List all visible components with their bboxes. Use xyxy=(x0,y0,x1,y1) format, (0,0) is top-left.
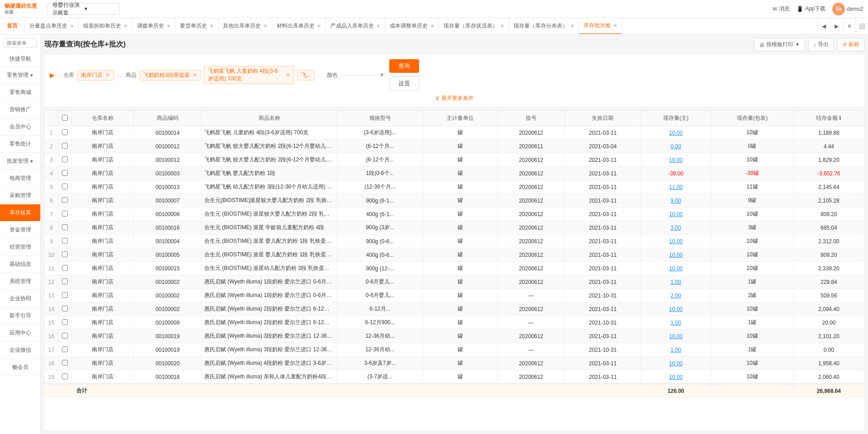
refresh-btn[interactable]: ↺ 刷新 xyxy=(837,38,864,51)
close-icon[interactable]: ✕ xyxy=(317,24,321,28)
tab-other-out[interactable]: 其他出库单历史 ✕ xyxy=(218,18,272,34)
chevron-down-icon: ▼ xyxy=(84,6,115,11)
row-checkbox[interactable] xyxy=(62,360,68,366)
sidebar-item-enterprise[interactable]: 企业协同 xyxy=(0,290,40,307)
search-area xyxy=(0,34,40,52)
row-checkbox[interactable] xyxy=(62,373,68,379)
print-btn[interactable]: 🖨 按模板打印 ▼ xyxy=(754,38,805,51)
row-checkbox[interactable] xyxy=(62,197,68,203)
product-tag-1[interactable]: 飞鹤奶粉3段两提装 ✕ xyxy=(139,70,201,80)
expand-btn[interactable]: ▶ xyxy=(50,71,59,79)
th-index xyxy=(45,111,58,126)
row-checkbox[interactable] xyxy=(62,265,68,271)
warehouse-tag-close[interactable]: ✕ xyxy=(105,72,110,78)
sidebar-item-quick-nav[interactable]: 快捷导航 xyxy=(0,52,40,67)
select-all-checkbox[interactable] xyxy=(62,115,68,121)
sidebar-item-basic-info[interactable]: 基础信息 xyxy=(0,256,40,273)
sidebar-item-operations[interactable]: 经营管理 xyxy=(0,239,40,256)
th-spec: 规格型号 xyxy=(337,111,423,126)
sidebar-item-marketing[interactable]: 营销推广 xyxy=(0,101,40,118)
close-icon[interactable]: ✕ xyxy=(500,24,504,28)
tab-stock-status[interactable]: 现存量（库存状况表） ✕ xyxy=(439,18,509,34)
sidebar-item-member-program[interactable]: 畅会员 xyxy=(0,359,40,376)
warehouse-tag[interactable]: 南岸门店 ✕ xyxy=(77,70,114,80)
product-tag2-close[interactable]: ✕ xyxy=(286,72,290,78)
row-checkbox[interactable] xyxy=(62,333,68,339)
setting-btn[interactable]: 设置 xyxy=(389,76,419,91)
account-selector[interactable]: 母婴行业演示账套 ▼ xyxy=(47,3,120,15)
sidebar-item-purchase[interactable]: 采购管理 xyxy=(0,187,40,204)
tab-inventory-count[interactable]: 分量盘点单历史 ✕ xyxy=(25,18,79,34)
chevron-icon: ▼ xyxy=(30,159,34,164)
close-icon[interactable]: ✕ xyxy=(377,24,380,28)
table-row: 9 南岸门店 00100004 合生元 (BIOSTIME) 派星 婴儿配方奶粉… xyxy=(45,235,864,248)
close-icon[interactable]: ✕ xyxy=(430,24,434,28)
sidebar-item-ecommerce[interactable]: 电商管理 xyxy=(0,170,40,187)
nav-next-btn[interactable]: ▶ xyxy=(830,18,843,34)
close-icon[interactable]: ✕ xyxy=(613,23,617,28)
sidebar-item-finance[interactable]: 资金管理 xyxy=(0,222,40,239)
row-checkbox[interactable] xyxy=(62,170,68,176)
close-icon[interactable]: ✕ xyxy=(70,24,74,28)
nav-close-btn[interactable]: ✕ xyxy=(843,18,855,34)
product-tag-3[interactable]: 飞... xyxy=(297,70,315,80)
tab-batch-account[interactable]: 库存批次账 ✕ xyxy=(579,18,622,34)
close-icon[interactable]: ✕ xyxy=(210,24,213,28)
row-checkbox[interactable] xyxy=(62,306,68,311)
row-checkbox[interactable] xyxy=(62,143,68,149)
tab-cost-adjust[interactable]: 成本调整单历史 ✕ xyxy=(385,18,439,34)
row-checkbox[interactable] xyxy=(62,251,68,257)
export-btn[interactable]: ↓ 导出 xyxy=(808,38,834,51)
tab-assembly[interactable]: 组装拆卸单历史 ✕ xyxy=(79,18,132,34)
close-icon[interactable]: ✕ xyxy=(124,24,127,28)
nav-prev-btn[interactable]: ◀ xyxy=(817,18,830,34)
tab-order[interactable]: 要货单历史 ✕ xyxy=(175,18,218,34)
query-btn[interactable]: 查询 xyxy=(389,59,419,73)
sidebar-item-wholesale[interactable]: 批发管理 ▼ xyxy=(0,153,40,170)
nav-arrows: ◀ ▶ ✕ ⬜ xyxy=(817,18,868,34)
tab-material-out[interactable]: 材料出库单历史 ✕ xyxy=(272,18,326,34)
message-btn[interactable]: ✉ 消息 xyxy=(773,5,790,13)
sidebar-item-wechat[interactable]: 企业微信 xyxy=(0,342,40,359)
nav-maximize-btn[interactable]: ⬜ xyxy=(855,18,868,34)
tab-home[interactable]: 首页 xyxy=(0,18,25,34)
color-dropdown-icon[interactable]: ▼ xyxy=(379,72,385,78)
user-area[interactable]: Ea demo2 xyxy=(832,3,863,15)
tab-stock-dist[interactable]: 现存量（库存分布表） ✕ xyxy=(509,18,579,34)
sidebar-item-retail-stats[interactable]: 零售统计 xyxy=(0,136,40,153)
row-checkbox[interactable] xyxy=(62,224,68,230)
product-tag1-close[interactable]: ✕ xyxy=(193,72,197,78)
sidebar-item-retail-mall[interactable]: 零售商城 xyxy=(0,84,40,101)
chevron-icon: ▼ xyxy=(30,73,34,78)
app-download-btn[interactable]: 📱 App下载 xyxy=(797,5,826,13)
close-icon[interactable]: ✕ xyxy=(264,24,267,28)
search-input[interactable] xyxy=(4,38,37,48)
close-icon[interactable]: ✕ xyxy=(167,24,170,28)
sidebar-item-app-center[interactable]: 应用中心 xyxy=(0,325,40,342)
tab-transfer[interactable]: 调拨单历史 ✕ xyxy=(132,18,175,34)
th-checkbox[interactable] xyxy=(58,111,72,126)
page-actions: 🖨 按模板打印 ▼ ↓ 导出 ↺ 刷新 xyxy=(754,38,864,51)
row-checkbox[interactable] xyxy=(62,211,68,217)
product-tag-2[interactable]: 飞鹤星飞帆 儿童奶粉 4段(3-6岁适用) 700克 ✕ xyxy=(204,66,294,84)
row-checkbox[interactable] xyxy=(62,278,68,284)
sidebar-item-inventory[interactable]: 库存核算 xyxy=(0,204,40,222)
table-row: 2 南岸门店 00100012 飞鹤星飞帆 较大婴儿配方奶粉 2段(6-12个月… xyxy=(45,140,864,153)
table-row: 18 南岸门店 00100020 惠氏启赋 (Wyeth illuma) 4段奶… xyxy=(45,357,864,370)
row-checkbox[interactable] xyxy=(62,238,68,244)
row-checkbox[interactable] xyxy=(62,346,68,352)
warehouse-ellipsis[interactable]: ... xyxy=(117,72,121,78)
row-checkbox[interactable] xyxy=(62,292,68,298)
row-checkbox[interactable] xyxy=(62,156,68,162)
row-checkbox[interactable] xyxy=(62,319,68,325)
row-checkbox[interactable] xyxy=(62,129,68,135)
sidebar-item-guide[interactable]: 新手引导 xyxy=(0,307,40,325)
sidebar-item-system[interactable]: 系统管理 xyxy=(0,273,40,290)
sidebar-item-member[interactable]: 会员中心 xyxy=(0,118,40,136)
close-icon[interactable]: ✕ xyxy=(571,24,574,28)
product-ellipsis[interactable]: ... xyxy=(318,72,322,78)
expand-more-btn[interactable]: ⊻ 展开更多条件 xyxy=(50,94,859,102)
tab-product-in[interactable]: 产成品入库单历史 ✕ xyxy=(326,18,385,34)
row-checkbox[interactable] xyxy=(62,184,68,189)
sidebar-item-retail-mgmt[interactable]: 零售管理 ▼ xyxy=(0,67,40,84)
